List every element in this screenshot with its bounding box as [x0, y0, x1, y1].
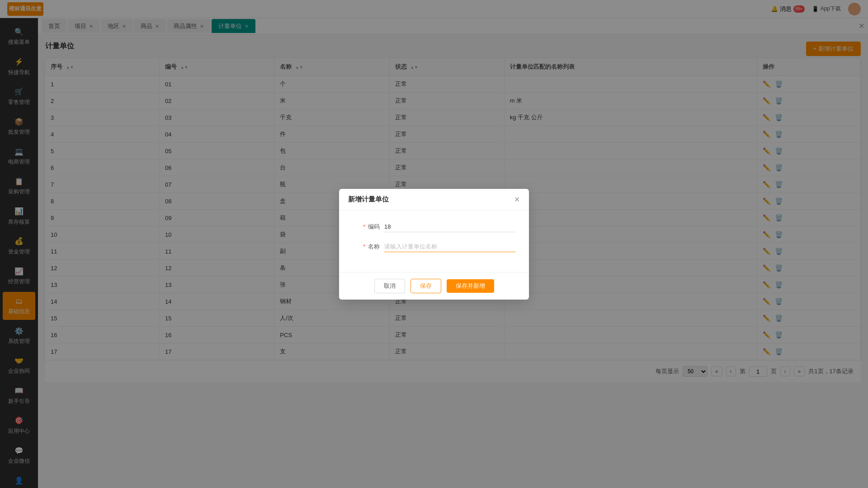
name-input[interactable]: [384, 241, 515, 252]
code-label-text: 编码: [368, 223, 380, 230]
name-label-text: 名称: [368, 243, 380, 250]
modal-footer: 取消 保存 保存并新增: [339, 272, 529, 300]
save-new-button[interactable]: 保存并新增: [447, 279, 494, 293]
form-row-name: * 名称: [353, 241, 515, 252]
form-row-code: * 编码: [353, 221, 515, 232]
save-button[interactable]: 保存: [410, 279, 441, 293]
cancel-button[interactable]: 取消: [374, 279, 405, 293]
modal-header: 新增计量单位 ✕: [339, 189, 529, 211]
modal-title: 新增计量单位: [348, 195, 389, 204]
name-required: *: [363, 243, 365, 250]
name-label: * 名称: [353, 243, 380, 251]
code-input[interactable]: [384, 221, 515, 232]
code-label: * 编码: [353, 223, 380, 231]
code-required: *: [363, 223, 365, 230]
modal-close-btn[interactable]: ✕: [514, 195, 520, 204]
add-unit-modal: 新增计量单位 ✕ * 编码 * 名称 取消 保存 保存并新增: [339, 189, 529, 300]
modal-body: * 编码 * 名称: [339, 211, 529, 272]
modal-overlay: 新增计量单位 ✕ * 编码 * 名称 取消 保存 保存并新增: [0, 0, 868, 488]
